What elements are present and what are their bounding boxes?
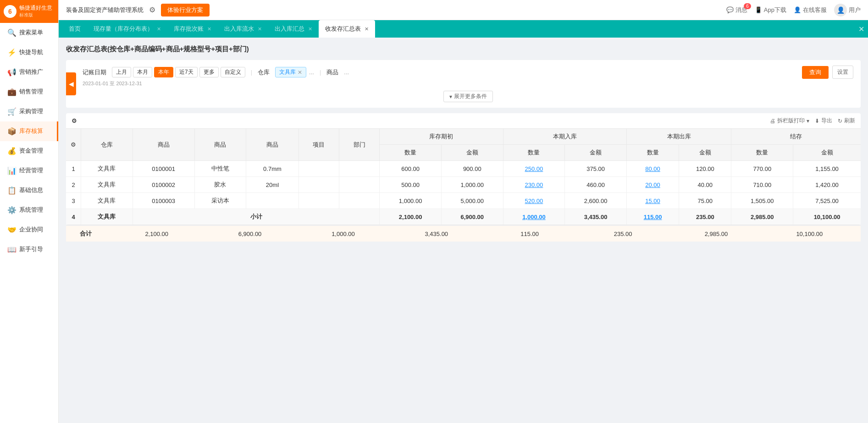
sidebar-item-label: 新手引导 — [19, 245, 43, 253]
sub-in-qty-link[interactable]: 1,000.00 — [522, 214, 546, 220]
date-buttons: 上月本月本年近7天更多自定义 — [112, 67, 245, 77]
system-name: 装备及固定资产辅助管理系统 — [66, 6, 144, 14]
row-in-qty: 520.00 — [503, 193, 565, 209]
sub-out-qty-link[interactable]: 115.00 — [644, 214, 662, 220]
tab-收发存汇总表[interactable]: 收发存汇总表✕ — [319, 20, 375, 38]
tab-首页[interactable]: 首页 — [62, 20, 87, 38]
out-qty-link[interactable]: 15.00 — [645, 198, 660, 204]
row-in-amt: 2,600.00 — [565, 193, 627, 209]
sidebar-item-purchase[interactable]: 🛒采购管理 — [0, 102, 58, 121]
print-icon: 🖨 — [770, 118, 775, 124]
row-out-amt: 120.00 — [679, 161, 731, 177]
purchase-icon: 🛒 — [7, 107, 16, 116]
tab-现存量库存分布表[interactable]: 现存量（库存分布表）✕ — [87, 20, 167, 38]
app-title: 畅捷通好生意 — [19, 5, 52, 12]
tab-close-icon[interactable]: ✕ — [157, 26, 161, 32]
sidebar-item-label: 经营管理 — [19, 166, 43, 175]
quick-nav-icon: ⚡ — [7, 48, 16, 57]
tabbar-close-icon[interactable]: ✕ — [858, 25, 864, 33]
subtotal-bal-qty: 2,985.00 — [731, 209, 793, 225]
date-btn-自定义[interactable]: 自定义 — [221, 67, 245, 77]
total-in-amt: 3,435.00 — [390, 231, 483, 237]
row-in-qty: 250.00 — [503, 161, 565, 177]
sidebar-item-label: 采购管理 — [19, 107, 43, 115]
query-button[interactable]: 查询 — [802, 66, 829, 79]
th-goods-spec: 商品 — [246, 129, 299, 161]
tab-close-icon[interactable]: ✕ — [258, 26, 262, 32]
sidebar-item-sales[interactable]: 💼销售管理 — [0, 82, 58, 102]
total-open-amt: 6,900.00 — [203, 231, 296, 237]
message-badge: 6 — [744, 3, 751, 9]
user-item[interactable]: 👤 用户 — [834, 4, 861, 16]
sidebar-item-search-menu[interactable]: 🔍搜索菜单 — [0, 23, 58, 43]
row-open-amt: 1,000.00 — [441, 177, 503, 193]
toolbar-right: 🖨 拆栏版打印 ▾ ⬇ 导出 ↻ 刷新 — [770, 117, 855, 125]
row-department — [339, 161, 379, 177]
row-open-amt: 5,000.00 — [441, 193, 503, 209]
row-open-qty: 600.00 — [380, 161, 442, 177]
th-balance: 结存 — [731, 129, 861, 145]
sidebar-item-cooperation[interactable]: 🤝企业协同 — [0, 220, 58, 240]
expand-row: ▾ 展开更多条件 — [83, 91, 853, 102]
tab-close-icon[interactable]: ✕ — [365, 26, 369, 32]
message-item[interactable]: 💬 消息 6 — [726, 6, 747, 14]
row-bal-qty: 1,505.00 — [731, 193, 793, 209]
out-qty-link[interactable]: 80.00 — [645, 165, 660, 172]
page-title: 收发存汇总表(按仓库+商品编码+商品+规格型号+项目+部门) — [66, 45, 861, 54]
row-department — [339, 193, 379, 209]
app-download-item[interactable]: 📱 App下载 — [755, 6, 786, 14]
cooperation-icon: 🤝 — [7, 225, 16, 234]
search-menu-icon: 🔍 — [7, 28, 16, 37]
export-icon: ⬇ — [815, 118, 819, 124]
warehouse-more-btn[interactable]: ... — [309, 69, 314, 76]
goods-more-btn[interactable]: ... — [344, 69, 349, 76]
settings-col-icon[interactable]: ⚙ — [72, 117, 77, 124]
sidebar-item-quick-nav[interactable]: ⚡快捷导航 — [0, 43, 58, 62]
export-button[interactable]: ⬇ 导出 — [815, 117, 832, 125]
warehouse-tag[interactable]: 文具库 ✕ — [275, 67, 306, 77]
sidebar-item-marketing[interactable]: 📢营销推广 — [0, 62, 58, 82]
sidebar-header[interactable]: 6 畅捷通好生意 标准版 — [0, 0, 58, 23]
tab-label: 出入库流水 — [224, 25, 254, 33]
sidebar-item-inventory[interactable]: 📦库存核算 — [0, 121, 58, 141]
sidebar-item-system[interactable]: ⚙️系统管理 — [0, 200, 58, 220]
in-qty-link[interactable]: 520.00 — [525, 198, 543, 204]
in-qty-link[interactable]: 250.00 — [525, 165, 543, 172]
experience-button[interactable]: 体验行业方案 — [161, 4, 210, 16]
filter-collapse-btn[interactable]: ◀ — [66, 72, 76, 95]
system-icon: ⚙️ — [7, 206, 16, 214]
print-button[interactable]: 🖨 拆栏版打印 ▾ — [770, 117, 809, 125]
tab-出入库流水[interactable]: 出入库流水✕ — [218, 20, 268, 38]
sidebar-item-base-info[interactable]: 📋基础信息 — [0, 181, 58, 200]
row-goods-spec: 20ml — [246, 177, 299, 193]
date-btn-本年[interactable]: 本年 — [154, 67, 173, 77]
sidebar-item-label: 营销推广 — [19, 68, 43, 76]
filter-settings-button[interactable]: 设置 — [832, 66, 853, 79]
date-btn-近7天[interactable]: 近7天 — [175, 67, 198, 77]
sidebar-item-finance[interactable]: 💰资金管理 — [0, 141, 58, 161]
tab-出入库汇总[interactable]: 出入库汇总✕ — [268, 20, 319, 38]
sidebar-item-label: 企业协同 — [19, 225, 43, 234]
sidebar-item-guide[interactable]: 📖新手引导 — [0, 240, 58, 259]
th-department: 部门 — [339, 129, 379, 161]
online-service-item[interactable]: 👤 在线客服 — [794, 6, 827, 14]
tab-close-icon[interactable]: ✕ — [207, 26, 211, 32]
total-bal-amt: 10,100.00 — [763, 231, 856, 237]
table-row: 3 文具库 0100003 采访本 1,000.00 5,000.00 520.… — [66, 193, 861, 209]
th-settings: ⚙ — [66, 129, 81, 161]
date-btn-上月[interactable]: 上月 — [112, 67, 131, 77]
sidebar-item-business[interactable]: 📊经营管理 — [0, 161, 58, 181]
tab-close-icon[interactable]: ✕ — [308, 26, 312, 32]
out-qty-link[interactable]: 20.00 — [645, 181, 660, 188]
topbar-right: 💬 消息 6 📱 App下载 👤 在线客服 👤 用户 — [726, 4, 861, 16]
settings-icon[interactable]: ⚙ — [149, 5, 155, 14]
warehouse-tag-close[interactable]: ✕ — [298, 69, 302, 76]
tab-库存批次账[interactable]: 库存批次账✕ — [167, 20, 218, 38]
tabbar: 首页现存量（库存分布表）✕库存批次账✕出入库流水✕出入库汇总✕收发存汇总表✕✕ — [59, 20, 868, 38]
expand-button[interactable]: ▾ 展开更多条件 — [443, 91, 493, 102]
row-goods-spec — [246, 193, 299, 209]
date-btn-本月[interactable]: 本月 — [133, 67, 152, 77]
date-btn-更多[interactable]: 更多 — [199, 67, 219, 77]
refresh-button[interactable]: ↻ 刷新 — [838, 117, 855, 125]
in-qty-link[interactable]: 230.00 — [525, 181, 543, 188]
